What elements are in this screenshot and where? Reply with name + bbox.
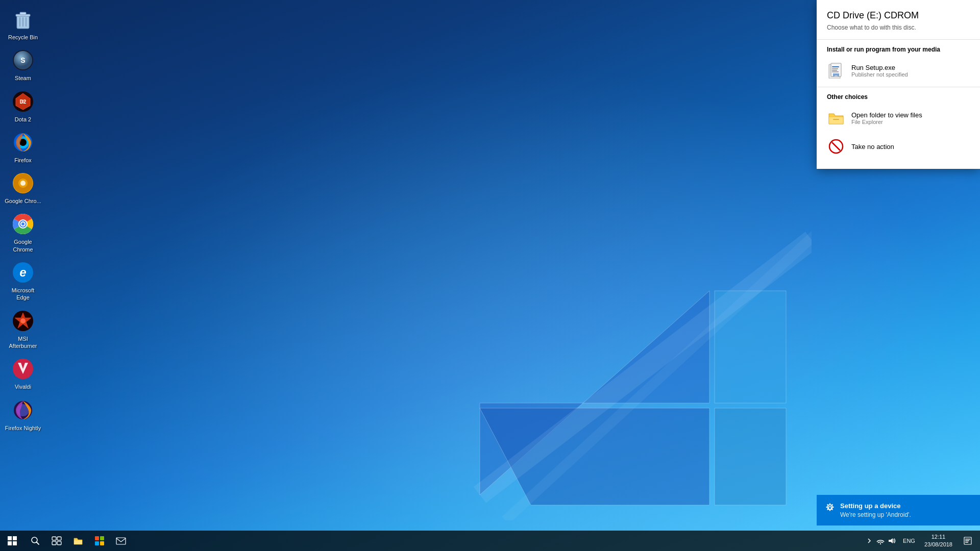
popup-subtitle: Choose what to do with this disc.: [827, 24, 970, 31]
notification-center-button[interactable]: [960, 531, 976, 551]
firefox-label: Firefox: [14, 157, 32, 164]
taskbar-clock[interactable]: 12:11 23/08/2018: [918, 531, 959, 551]
svg-rect-51: [13, 536, 17, 540]
clock-time: 12:11: [932, 533, 946, 541]
popup-divider-1: [817, 39, 980, 40]
steam-icon: S: [11, 48, 35, 72]
svg-point-31: [21, 222, 24, 226]
svg-text:D2: D2: [20, 99, 27, 105]
desktop-icon-firefox-nightly[interactable]: Firefox Nightly: [3, 395, 43, 435]
network-icon[interactable]: [876, 537, 885, 545]
take-no-action-title: Take no action: [851, 143, 894, 151]
vivaldi-label: Vivaldi: [15, 383, 31, 390]
run-setup-title: Run Setup.exe: [851, 64, 908, 71]
svg-rect-53: [13, 541, 17, 545]
svg-point-65: [880, 543, 881, 544]
google-chrome-old-icon: G: [11, 171, 35, 195]
no-action-icon: [827, 137, 845, 156]
microsoft-edge-icon: e: [11, 260, 35, 285]
dota2-icon: D2: [11, 89, 35, 114]
popup-section-other: Other choices: [817, 89, 980, 104]
svg-marker-3: [715, 408, 786, 505]
svg-rect-56: [52, 537, 56, 540]
clock-date: 23/08/2018: [924, 541, 952, 548]
desktop-icon-steam[interactable]: S Steam: [3, 45, 43, 85]
run-setup-sub: Publisher not specified: [851, 71, 908, 78]
svg-rect-46: [833, 119, 839, 120]
desktop-icon-firefox[interactable]: Firefox: [3, 127, 43, 167]
setup-exe-icon: [827, 61, 845, 80]
google-chrome-icon: [11, 212, 35, 236]
desktop-icons: Recycle Bin S Steam: [0, 0, 46, 440]
svg-rect-61: [100, 536, 104, 540]
svg-rect-68: [965, 539, 970, 540]
autoplay-popup: CD Drive (E:) CDROM Choose what to do wi…: [817, 0, 980, 169]
svg-marker-66: [889, 538, 893, 543]
firefox-nightly-icon: [11, 398, 35, 422]
desktop-icon-microsoft-edge[interactable]: e Microsoft Edge: [3, 257, 43, 305]
popup-section-install: Install or run program from your media: [817, 42, 980, 56]
popup-take-no-action[interactable]: Take no action: [817, 132, 980, 161]
svg-rect-69: [965, 540, 969, 541]
file-explorer-taskbar-button[interactable]: [67, 531, 89, 551]
popup-header: CD Drive (E:) CDROM Choose what to do wi…: [817, 0, 980, 37]
svg-rect-43: [832, 70, 837, 71]
svg-rect-8: [20, 12, 26, 15]
svg-rect-60: [95, 536, 99, 540]
popup-divider-2: [817, 87, 980, 87]
toast-title: Setting up a device: [840, 502, 911, 510]
dota2-label: Dota 2: [15, 116, 31, 123]
mail-taskbar-button[interactable]: [110, 531, 132, 551]
popup-title: CD Drive (E:) CDROM: [827, 10, 970, 21]
svg-rect-62: [95, 541, 99, 545]
svg-rect-41: [832, 66, 839, 67]
svg-rect-59: [57, 541, 61, 545]
taskbar: ENG 12:11 23/08/2018: [0, 531, 980, 551]
svg-rect-64: [116, 538, 126, 544]
msi-afterburner-label: MSI Afterburner: [5, 335, 41, 350]
start-button[interactable]: [0, 531, 24, 551]
open-folder-text: Open folder to view files File Explorer: [851, 111, 922, 125]
svg-rect-57: [57, 537, 61, 540]
firefox-nightly-label: Firefox Nightly: [5, 424, 41, 432]
run-setup-text: Run Setup.exe Publisher not specified: [851, 64, 908, 78]
svg-rect-44: [832, 71, 839, 72]
google-chrome-label: Google Chrome: [5, 238, 41, 253]
desktop-icon-vivaldi[interactable]: Vivaldi: [3, 354, 43, 393]
svg-rect-42: [832, 68, 838, 69]
open-folder-sub: File Explorer: [851, 119, 922, 125]
notification-toast[interactable]: Setting up a device We're setting up 'An…: [817, 495, 980, 525]
vivaldi-icon: [11, 357, 35, 381]
popup-open-folder[interactable]: Open folder to view files File Explorer: [817, 104, 980, 132]
toast-body: We're setting up 'Android'.: [840, 511, 911, 518]
volume-icon[interactable]: [888, 537, 896, 545]
windows-logo: [454, 189, 812, 520]
svg-rect-70: [965, 542, 968, 543]
svg-text:e: e: [19, 265, 26, 279]
svg-point-26: [20, 181, 26, 186]
desktop-icon-google-chrome[interactable]: Google Chrome: [3, 209, 43, 256]
firefox-icon: [11, 130, 35, 155]
desktop-icon-google-chrome-old[interactable]: G Google Chro...: [3, 168, 43, 208]
show-hidden-icons[interactable]: [865, 537, 873, 545]
svg-point-35: [20, 318, 26, 323]
tray-icons: [861, 537, 900, 545]
popup-run-setup[interactable]: Run Setup.exe Publisher not specified: [817, 56, 980, 85]
task-view-button[interactable]: [46, 531, 67, 551]
desktop-icon-dota2[interactable]: D2 Dota 2: [3, 86, 43, 126]
recycle-bin-label: Recycle Bin: [8, 34, 38, 41]
open-folder-title: Open folder to view files: [851, 111, 922, 119]
google-chrome-old-label: Google Chro...: [5, 197, 41, 205]
msi-afterburner-icon: [11, 309, 35, 333]
store-taskbar-button[interactable]: [89, 531, 110, 551]
steam-label: Steam: [15, 74, 31, 82]
svg-rect-50: [8, 536, 12, 540]
desktop-icon-recycle-bin[interactable]: Recycle Bin: [3, 4, 43, 44]
language-indicator[interactable]: ENG: [901, 538, 917, 544]
search-button[interactable]: [24, 531, 46, 551]
taskbar-right: ENG 12:11 23/08/2018: [861, 531, 980, 551]
take-no-action-text: Take no action: [851, 143, 894, 151]
desktop-icon-msi-afterburner[interactable]: MSI Afterburner: [3, 306, 43, 353]
svg-rect-58: [52, 541, 56, 545]
folder-icon: [827, 109, 845, 127]
